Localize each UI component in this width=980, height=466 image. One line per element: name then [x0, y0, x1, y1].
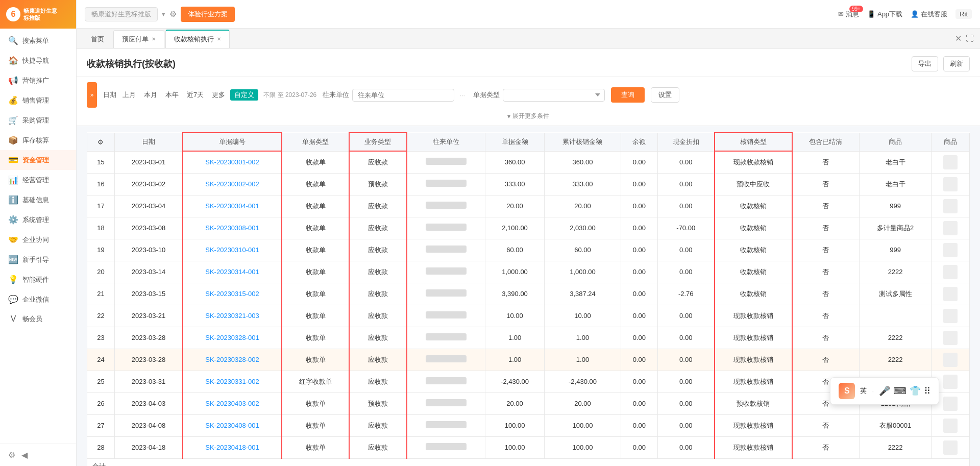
- voucher-no-link[interactable]: SK-20230315-002: [205, 290, 259, 298]
- cell-verify_type: 收款核销: [715, 239, 792, 261]
- cell-voucher_no[interactable]: SK-20230328-002: [183, 349, 282, 371]
- query-button[interactable]: 查询: [611, 87, 645, 103]
- partner-masked: [426, 158, 467, 165]
- content-header: 收款核销执行(按收款) 导出 刷新: [77, 49, 980, 77]
- collapse-footer-icon[interactable]: ◀: [21, 450, 28, 460]
- date-btn-本月[interactable]: 本月: [141, 89, 160, 101]
- cell-product: 测试多属性: [859, 283, 932, 305]
- cell-biz_type: 应收款: [349, 349, 406, 371]
- cell-voucher_no[interactable]: SK-20230321-003: [183, 305, 282, 327]
- sidebar-item-search[interactable]: 🔍搜索菜单: [0, 31, 76, 51]
- sidebar-item-basic[interactable]: ℹ️基础信息: [0, 190, 76, 210]
- date-btn-本年[interactable]: 本年: [162, 89, 182, 101]
- settings-footer-icon[interactable]: ⚙: [8, 450, 15, 460]
- voucher-no-link[interactable]: SK-20230331-002: [205, 378, 259, 385]
- cell-voucher_no[interactable]: SK-20230314-001: [183, 261, 282, 283]
- cell-voucher_no[interactable]: SK-20230315-002: [183, 283, 282, 305]
- cell-voucher_no[interactable]: SK-20230301-002: [183, 151, 282, 173]
- filter-partner-input[interactable]: [352, 89, 454, 102]
- sidebar-item-guide[interactable]: 🆕新手引导: [0, 250, 76, 269]
- filter-voucher-type-select[interactable]: [503, 89, 605, 102]
- voucher-no-link[interactable]: SK-20230328-001: [205, 334, 259, 341]
- tab-close-payable[interactable]: ✕: [152, 36, 156, 42]
- export-button[interactable]: 导出: [912, 56, 938, 71]
- sidebar-item-finance[interactable]: 💳资金管理: [0, 150, 76, 170]
- voucher-no-link[interactable]: SK-20230328-002: [205, 356, 259, 363]
- sidebar-icon-sales: 💰: [8, 95, 18, 105]
- voucher-no-link[interactable]: SK-20230403-002: [205, 400, 259, 407]
- app-download-button[interactable]: 📱 App下载: [867, 10, 902, 19]
- cell-voucher_no[interactable]: SK-20230403-002: [183, 393, 282, 414]
- date-btn-更多[interactable]: 更多: [209, 89, 228, 101]
- cell-verified_amount: 100.00: [544, 414, 621, 436]
- topbar-chevron-icon: ▾: [162, 10, 165, 18]
- col-header-settings[interactable]: ⚙: [87, 133, 115, 151]
- filter-expand-arrow[interactable]: »: [87, 82, 97, 108]
- filter-voucher-type-item: 单据类型: [473, 89, 605, 102]
- floating-popup: S 英 · 🎤 ⌨ 👕 ⠿: [830, 377, 939, 405]
- cell-voucher_type: 收款单: [282, 305, 349, 327]
- sidebar-item-system[interactable]: ⚙️系统管理: [0, 210, 76, 230]
- microphone-icon[interactable]: 🎤: [879, 385, 890, 397]
- sidebar-item-operations[interactable]: 📊经营管理: [0, 170, 76, 190]
- partner-masked: [426, 421, 467, 428]
- refresh-button[interactable]: 刷新: [943, 56, 970, 71]
- cell-voucher_no[interactable]: SK-20230418-001: [183, 436, 282, 458]
- expand-more-button[interactable]: ▾ 展开更多条件: [507, 112, 549, 120]
- voucher-no-link[interactable]: SK-20230314-001: [205, 268, 259, 276]
- voucher-no-link[interactable]: SK-20230302-002: [205, 180, 259, 188]
- cell-cash_discount: -2.76: [657, 283, 715, 305]
- expand-tab-icon[interactable]: ⛶: [966, 34, 974, 43]
- sidebar-item-hardware[interactable]: 💡智能硬件: [0, 269, 76, 289]
- voucher-no-link[interactable]: SK-20230408-001: [205, 422, 259, 429]
- cell-biz_type: 预收款: [349, 393, 406, 414]
- user-name: Rit: [955, 9, 972, 19]
- online-service-button[interactable]: 👤 在线客服: [911, 10, 947, 19]
- date-btn-custom[interactable]: 自定义: [230, 89, 258, 101]
- voucher-no-link[interactable]: SK-20230418-001: [205, 444, 259, 451]
- topbar-gear-icon[interactable]: ⚙: [169, 9, 177, 19]
- solution-button[interactable]: 体验行业方案: [181, 7, 235, 22]
- voucher-no-link[interactable]: SK-20230308-001: [205, 224, 259, 232]
- cell-partner: [407, 173, 485, 195]
- sidebar-item-member[interactable]: V畅会员: [0, 309, 76, 329]
- setting-button[interactable]: 设置: [651, 87, 679, 103]
- table-row: 152023-03-01SK-20230301-002收款单应收款360.003…: [87, 151, 970, 173]
- grid-icon[interactable]: ⠿: [924, 385, 930, 397]
- voucher-no-link[interactable]: SK-20230310-001: [205, 246, 259, 254]
- sidebar-item-quick-nav[interactable]: 🏠快捷导航: [0, 51, 76, 70]
- cell-amount: 100.00: [485, 414, 544, 436]
- date-btn-近7天[interactable]: 近7天: [184, 89, 207, 101]
- sidebar-item-sales[interactable]: 💰销售管理: [0, 90, 76, 110]
- clothes-icon[interactable]: 👕: [910, 385, 921, 397]
- cell-include_settled: 否: [792, 195, 859, 217]
- cell-voucher_no[interactable]: SK-20230331-002: [183, 371, 282, 393]
- sidebar-item-inventory[interactable]: 📦库存核算: [0, 130, 76, 150]
- voucher-no-link[interactable]: SK-20230304-001: [205, 202, 259, 210]
- sidebar-item-enterprise[interactable]: 🤝企业协同: [0, 230, 76, 250]
- tab-home[interactable]: 首页: [83, 31, 112, 48]
- popup-logo: S: [839, 383, 855, 399]
- keyboard-icon[interactable]: ⌨: [893, 385, 906, 397]
- partner-masked: [426, 377, 467, 384]
- product-thumbnail: [943, 155, 958, 169]
- sidebar-item-purchase[interactable]: 🛒采购管理: [0, 110, 76, 130]
- voucher-no-link[interactable]: SK-20230301-002: [205, 158, 259, 166]
- tab-collect-verify[interactable]: 收款核销执行✕: [165, 30, 230, 48]
- cell-voucher_no[interactable]: SK-20230328-001: [183, 327, 282, 349]
- cell-voucher_no[interactable]: SK-20230304-001: [183, 195, 282, 217]
- date-btn-上月[interactable]: 上月: [119, 89, 139, 101]
- voucher-no-link[interactable]: SK-20230321-003: [205, 312, 259, 320]
- sidebar-item-marketing[interactable]: 📢营销推广: [0, 70, 76, 90]
- cell-voucher_no[interactable]: SK-20230310-001: [183, 239, 282, 261]
- cell-voucher_no[interactable]: SK-20230308-001: [183, 217, 282, 239]
- sidebar-item-wechat[interactable]: 💬企业微信: [0, 289, 76, 309]
- tab-payable[interactable]: 预应付单✕: [113, 30, 164, 48]
- message-button[interactable]: ✉ 消息 99+: [838, 10, 859, 19]
- cell-voucher_no[interactable]: SK-20230302-002: [183, 173, 282, 195]
- cell-cash_discount: 0.00: [657, 305, 715, 327]
- cell-voucher_no[interactable]: SK-20230408-001: [183, 414, 282, 436]
- tab-close-collect-verify[interactable]: ✕: [217, 36, 221, 42]
- cell-voucher_type: 收款单: [282, 173, 349, 195]
- close-tab-icon[interactable]: ✕: [955, 34, 962, 43]
